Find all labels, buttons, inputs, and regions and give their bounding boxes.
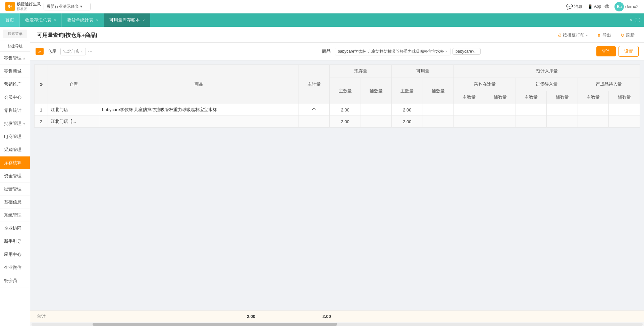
sidebar-item-marketing[interactable]: 营销推广: [0, 78, 30, 91]
tab-stock-summary-close[interactable]: ×: [54, 18, 56, 22]
cell-product: babycare学饮杯 儿童防摔防撞吸管杯重力球吸嘴杯宝宝水杯: [99, 104, 299, 116]
warehouse-tags: 江北门店 × ···: [60, 48, 318, 55]
avatar: Ea: [614, 2, 624, 11]
data-table: ⚙ 仓库 商品 主计量 现存量 可用量 预计入库量 主数量 辅数量 主数量 辅数…: [34, 64, 640, 128]
cell-product-main: [578, 104, 608, 116]
tab-stock-summary[interactable]: 收发存汇总表 ×: [20, 13, 62, 27]
sidebar-item-label: 经营管理: [4, 186, 21, 192]
cell-warehouse: 江北门店: [48, 104, 99, 116]
cell-unit: 个: [299, 104, 329, 116]
warehouse-tag-close[interactable]: ×: [81, 49, 83, 53]
top-bar-right: 💬 消息 📱 App下载 Ea demo2: [566, 2, 639, 11]
cell-arrival-aux: [547, 104, 578, 116]
sidebar-item-ecommerce[interactable]: 电商管理: [0, 130, 30, 143]
sidebar-item-purchase[interactable]: 采购管理: [0, 143, 30, 156]
footer-label: 合计: [37, 313, 46, 319]
sidebar-item-retail-stats[interactable]: 零售统计: [0, 104, 30, 117]
product-tag-1-close[interactable]: ×: [445, 49, 447, 53]
scroll-bar-area: [30, 322, 644, 326]
cell-arrival-main: [516, 116, 547, 128]
refresh-button[interactable]: ↻ 刷新: [618, 31, 637, 40]
app-download-action[interactable]: 📱 App下载: [588, 4, 609, 9]
cell-stock-main: 2.00: [330, 104, 361, 116]
close-all-tabs-button[interactable]: ×: [630, 17, 633, 23]
th-stock-main: 主数量: [330, 78, 361, 104]
cell-purchase-main: [454, 104, 485, 116]
tab-order-stats[interactable]: 要货单统计表 ×: [62, 13, 104, 27]
top-bar-left: 好 畅捷通好生意 标准版 母婴行业演示账套 ▾: [5, 2, 91, 11]
search-menu-button[interactable]: 搜索菜单: [3, 30, 27, 38]
sidebar-search-area: 搜索菜单: [0, 27, 30, 41]
cell-arrival-main: [516, 104, 547, 116]
sidebar-item-basic-info[interactable]: 基础信息: [0, 196, 30, 209]
sidebar-item-retail-mall[interactable]: 零售商城: [0, 65, 30, 78]
cell-unit: [299, 116, 329, 128]
warehouse-tag-value: 江北门店: [63, 49, 79, 54]
nav-tabs-right: × ⛶: [626, 13, 644, 27]
cell-avail-main: 2.00: [392, 104, 423, 116]
sidebar-item-label: 零售管理: [4, 55, 21, 61]
refresh-icon: ↻: [621, 33, 625, 38]
settings-icon: ⚙: [39, 82, 43, 87]
cell-product: [99, 116, 299, 128]
maximize-button[interactable]: ⛶: [635, 17, 640, 23]
user-area[interactable]: Ea demo2: [614, 2, 639, 11]
setting-button[interactable]: 设置: [619, 46, 639, 57]
th-stock-aux: 辅数量: [361, 78, 391, 104]
query-button[interactable]: 查询: [596, 46, 616, 56]
warehouse-label: 仓库: [48, 48, 56, 54]
refresh-label: 刷新: [626, 32, 635, 38]
export-button[interactable]: ⬆ 导出: [594, 31, 614, 40]
th-settings[interactable]: ⚙: [35, 65, 48, 104]
sidebar-item-enterprise[interactable]: 企业协同: [0, 222, 30, 235]
footer-stock-main: 2.00: [247, 314, 255, 319]
tab-home[interactable]: 首页: [0, 13, 20, 27]
cell-avail-aux: [423, 104, 453, 116]
scroll-track[interactable]: [32, 323, 643, 326]
warehouse-tag[interactable]: 江北门店 ×: [60, 48, 86, 55]
sidebar-item-wholesale[interactable]: 批发管理 ▼: [0, 117, 30, 130]
sidebar-item-label: 采购管理: [4, 147, 21, 153]
sidebar-item-label: 资金管理: [4, 173, 21, 179]
sidebar-item-app-center[interactable]: 应用中心: [0, 248, 30, 261]
sidebar-item-finance[interactable]: 资金管理: [0, 170, 30, 183]
app-download-label: App下载: [594, 4, 609, 9]
print-icon: 🖨: [557, 33, 561, 38]
cell-purchase-main: [454, 116, 485, 128]
sidebar-item-label: 企业协同: [4, 225, 21, 231]
main-layout: 搜索菜单 快捷导航 零售管理 ▲ 零售商城 营销推广 会员中心 零售统计 批发管…: [0, 27, 644, 326]
sidebar-item-retail-manage[interactable]: 零售管理 ▲: [0, 52, 30, 65]
footer-avail-main: 2.00: [322, 314, 331, 319]
cell-purchase-aux: [485, 116, 516, 128]
print-button[interactable]: 🖨 按模板打印 ▾: [554, 31, 590, 40]
sidebar-item-member-center[interactable]: 会员中心: [0, 91, 30, 104]
sidebar-item-label: 新手引导: [4, 238, 21, 244]
industry-select[interactable]: 母婴行业演示账套 ▾: [44, 3, 91, 10]
th-incoming-group: 预计入库量: [454, 65, 640, 78]
cell-stock-aux: [361, 116, 391, 128]
cell-product-main: [578, 116, 608, 128]
th-purchase-group: 采购在途量: [454, 78, 516, 91]
logo-icon: 好: [5, 2, 15, 11]
sidebar-quick-nav[interactable]: 快捷导航: [0, 41, 30, 52]
message-label: 消息: [574, 4, 582, 9]
sidebar-item-operations[interactable]: 经营管理: [0, 183, 30, 196]
sidebar-item-vip[interactable]: 畅会员: [0, 274, 30, 287]
sidebar-item-system[interactable]: 系统管理: [0, 209, 30, 222]
tab-available-stock[interactable]: 可用量库存账本 ×: [104, 13, 150, 27]
tab-order-stats-close[interactable]: ×: [96, 18, 98, 22]
filter-expand-button[interactable]: »: [36, 48, 44, 55]
product-tag-2[interactable]: babycare?...: [452, 48, 481, 55]
message-action[interactable]: 💬 消息: [566, 3, 582, 10]
product-tag-1[interactable]: babycare学饮杯 儿童防摔防撞吸管杯重力球吸嘴杯宝宝水杯 ×: [335, 48, 450, 55]
tab-available-stock-close[interactable]: ×: [143, 18, 145, 22]
product-label: 商品: [322, 48, 331, 54]
filter-more-icon[interactable]: ···: [88, 48, 92, 54]
scroll-thumb[interactable]: [93, 323, 337, 326]
sidebar-item-label: 会员中心: [4, 94, 21, 100]
th-stock-group: 现存量: [330, 65, 392, 78]
sidebar-item-newbie[interactable]: 新手引导: [0, 235, 30, 248]
sidebar-item-inventory[interactable]: 库存核算: [0, 156, 30, 170]
sidebar-item-wechat-work[interactable]: 企业微信: [0, 261, 30, 274]
filter-actions: 查询 设置: [596, 46, 639, 57]
